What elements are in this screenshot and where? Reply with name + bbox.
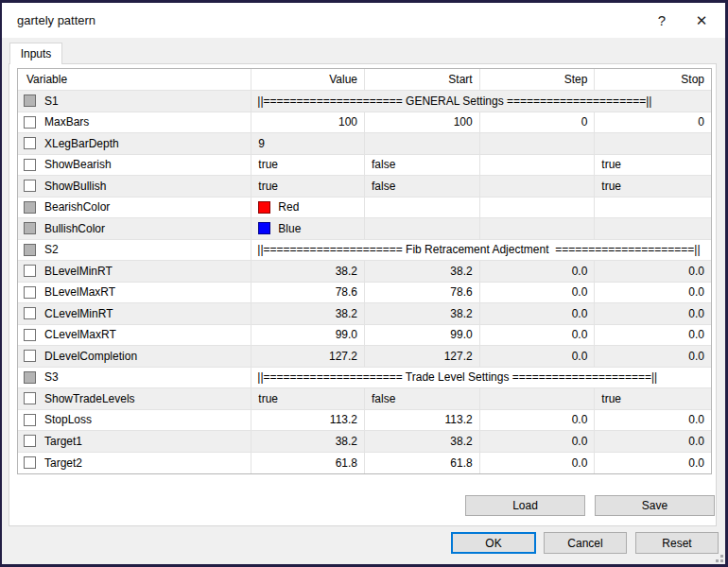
value-cell[interactable]: 38.2 (251, 261, 365, 282)
row-checkbox[interactable] (24, 456, 36, 469)
row-checkbox[interactable] (24, 180, 36, 192)
stop-cell[interactable]: true (595, 155, 711, 176)
table-row[interactable]: StopLoss113.2113.20.00.0 (18, 410, 711, 432)
cancel-button[interactable]: Cancel (544, 532, 627, 554)
empty-cell[interactable] (365, 198, 480, 218)
reset-button[interactable]: Reset (635, 532, 719, 554)
table-row[interactable]: Target138.238.20.00.0 (18, 431, 711, 453)
row-checkbox[interactable] (24, 350, 36, 362)
table-row[interactable]: ShowBearishtruefalsetrue (18, 155, 711, 177)
step-cell[interactable] (480, 176, 596, 197)
table-row[interactable]: MaxBars10010000 (18, 112, 711, 134)
row-checkbox[interactable] (24, 414, 36, 426)
row-checkbox[interactable] (24, 307, 36, 319)
ok-button[interactable]: OK (451, 532, 536, 554)
stop-cell[interactable]: 0.0 (595, 431, 711, 452)
row-checkbox[interactable] (24, 371, 36, 384)
value-cell[interactable]: true (251, 176, 365, 197)
row-checkbox[interactable] (24, 94, 36, 107)
value-cell[interactable]: Blue (251, 218, 365, 239)
value-cell[interactable]: 99.0 (251, 325, 365, 346)
stop-cell[interactable]: 0 (595, 112, 711, 133)
start-cell[interactable] (365, 133, 480, 154)
stop-cell[interactable]: 0.0 (595, 283, 711, 303)
resize-grip[interactable] (715, 554, 723, 562)
value-cell[interactable]: Red (251, 198, 365, 218)
start-cell[interactable]: 127.2 (365, 346, 480, 367)
start-cell[interactable]: 61.8 (365, 453, 480, 474)
step-cell[interactable]: 0.0 (480, 261, 596, 282)
table-row[interactable]: BearishColorRed (18, 198, 711, 219)
table-row[interactable]: DLevelCompletion127.2127.20.00.0 (18, 346, 711, 368)
row-checkbox[interactable] (24, 244, 36, 256)
stop-cell[interactable]: 0.0 (595, 325, 711, 346)
value-cell[interactable]: 9 (251, 133, 365, 154)
start-cell[interactable]: 38.2 (365, 261, 480, 282)
row-checkbox[interactable] (24, 137, 36, 149)
stop-cell[interactable]: 0.0 (595, 303, 711, 324)
table-row[interactable]: Target261.861.80.00.0 (18, 453, 711, 474)
value-cell[interactable]: 127.2 (251, 346, 365, 367)
start-cell[interactable]: false (365, 388, 480, 409)
start-cell[interactable]: 78.6 (365, 283, 480, 303)
empty-cell[interactable] (480, 198, 596, 218)
table-row[interactable]: BLevelMaxRT78.678.60.00.0 (18, 283, 711, 304)
step-cell[interactable]: 0.0 (480, 431, 596, 452)
step-cell[interactable] (480, 388, 596, 409)
table-row[interactable]: S1||===================== GENERAL Settin… (18, 91, 711, 112)
table-row[interactable]: BullishColorBlue (18, 218, 711, 240)
stop-cell[interactable] (595, 133, 711, 154)
stop-cell[interactable]: 0.0 (595, 261, 711, 282)
row-checkbox[interactable] (24, 222, 36, 234)
start-cell[interactable]: 113.2 (365, 410, 480, 431)
table-row[interactable]: BLevelMinRT38.238.20.00.0 (18, 261, 711, 283)
empty-cell[interactable] (480, 218, 596, 239)
row-checkbox[interactable] (24, 392, 36, 404)
step-cell[interactable]: 0.0 (480, 283, 596, 303)
value-cell[interactable]: 38.2 (251, 431, 365, 452)
value-cell[interactable]: true (251, 155, 365, 176)
value-cell[interactable]: true (251, 388, 365, 409)
start-cell[interactable]: false (365, 155, 480, 176)
table-row[interactable]: ShowTradeLevelstruefalsetrue (18, 388, 711, 410)
step-cell[interactable]: 0.0 (480, 346, 596, 367)
step-cell[interactable]: 0.0 (480, 453, 596, 474)
stop-cell[interactable]: 0.0 (595, 453, 711, 474)
value-cell[interactable]: 100 (251, 112, 365, 133)
start-cell[interactable]: 100 (365, 112, 480, 133)
start-cell[interactable]: 38.2 (365, 303, 480, 324)
row-checkbox[interactable] (24, 116, 36, 129)
tab-inputs[interactable]: Inputs (9, 43, 62, 64)
step-cell[interactable] (480, 133, 596, 154)
stop-cell[interactable]: 0.0 (595, 346, 711, 367)
start-cell[interactable]: false (365, 176, 480, 197)
step-cell[interactable]: 0.0 (480, 303, 596, 324)
value-cell[interactable]: 78.6 (251, 283, 365, 303)
row-checkbox[interactable] (24, 265, 36, 277)
save-button[interactable]: Save (595, 495, 715, 516)
row-checkbox[interactable] (24, 201, 36, 214)
row-checkbox[interactable] (24, 286, 36, 299)
table-row[interactable]: S3||===================== Trade Level Se… (18, 368, 711, 389)
empty-cell[interactable] (595, 198, 711, 218)
table-row[interactable]: XLegBarDepth9 (18, 133, 711, 155)
stop-cell[interactable]: true (595, 388, 711, 409)
row-checkbox[interactable] (24, 159, 36, 171)
row-checkbox[interactable] (24, 435, 36, 447)
table-row[interactable]: S2||===================== Fib Retracemen… (18, 240, 711, 262)
stop-cell[interactable]: 0.0 (595, 410, 711, 431)
table-row[interactable]: CLevelMinRT38.238.20.00.0 (18, 303, 711, 325)
help-icon[interactable]: ? (648, 3, 676, 38)
value-cell[interactable]: 38.2 (251, 303, 365, 324)
step-cell[interactable]: 0 (480, 112, 596, 133)
load-button[interactable]: Load (465, 495, 585, 516)
step-cell[interactable] (480, 155, 596, 176)
start-cell[interactable]: 99.0 (365, 325, 480, 346)
empty-cell[interactable] (595, 218, 711, 239)
table-row[interactable]: ShowBullishtruefalsetrue (18, 176, 711, 198)
empty-cell[interactable] (365, 218, 480, 239)
value-cell[interactable]: 61.8 (251, 453, 365, 474)
step-cell[interactable]: 0.0 (480, 325, 596, 346)
start-cell[interactable]: 38.2 (365, 431, 480, 452)
stop-cell[interactable]: true (595, 176, 711, 197)
